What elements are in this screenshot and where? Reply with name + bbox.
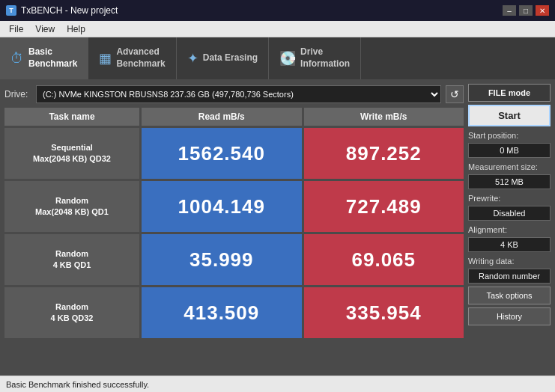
write-cell-3: 335.954 [304,287,464,338]
task-options-button[interactable]: Task options [468,287,551,304]
tab-basic-label: BasicBenchmark [28,46,77,70]
right-panel: FILE mode Start Start position: 0 MB Mea… [468,84,551,371]
row-label-0: SequentialMax(2048 KB) QD32 [4,128,139,179]
status-bar: Basic Benchmark finished successfully. [0,376,555,392]
menu-help[interactable]: Help [61,22,91,36]
read-cell-0: 1562.540 [142,128,302,179]
advanced-benchmark-icon: ▦ [99,50,112,67]
table-row: SequentialMax(2048 KB) QD32 1562.540 897… [4,128,464,179]
table-row: Random4 KB QD1 35.999 69.065 [4,234,464,285]
tab-drive-information[interactable]: 💽 DriveInformation [269,37,361,79]
benchmark-table: Task name Read mB/s Write mB/s Sequentia… [4,108,464,371]
basic-benchmark-icon: ⏱ [10,51,24,67]
drive-label: Drive: [4,89,31,99]
start-position-value: 0 MB [468,143,551,158]
drive-row: Drive: (C:) NVMe KINGSTON RBUSNS8 237.36… [4,84,464,105]
tab-basic-benchmark[interactable]: ⏱ BasicBenchmark [0,37,88,79]
measurement-size-label: Measurement size: [468,162,551,171]
tab-data-erasing[interactable]: ✦ Data Erasing [177,37,269,79]
drive-refresh-button[interactable]: ↺ [446,85,464,103]
app-icon: T [6,5,16,16]
prewrite-label: Prewrite: [468,194,551,203]
col-read: Read mB/s [142,108,302,126]
status-message: Basic Benchmark finished successfully. [6,380,149,389]
write-cell-2: 69.065 [304,234,464,285]
file-mode-button[interactable]: FILE mode [468,84,551,102]
menu-file[interactable]: File [3,22,29,36]
maximize-button[interactable]: □ [519,5,533,16]
row-label-1: RandomMax(2048 KB) QD1 [4,181,139,232]
read-cell-2: 35.999 [142,234,302,285]
history-button[interactable]: History [468,307,551,325]
tab-drive-info-label: DriveInformation [300,46,350,70]
row-label-2: Random4 KB QD1 [4,234,139,285]
app-title: TxBENCH - New project [21,5,118,16]
writing-data-value: Random number [468,269,551,284]
table-row: Random4 KB QD32 413.509 335.954 [4,287,464,338]
table-header: Task name Read mB/s Write mB/s [4,108,464,126]
read-cell-1: 1004.149 [142,181,302,232]
alignment-value: 4 KB [468,237,551,252]
measurement-size-value: 512 MB [468,174,551,189]
write-cell-0: 897.252 [304,128,464,179]
col-task-name: Task name [4,108,139,126]
start-button[interactable]: Start [468,105,551,126]
alignment-label: Alignment: [468,225,551,234]
drive-select[interactable]: (C:) NVMe KINGSTON RBUSNS8 237.36 GB (49… [36,85,441,103]
read-cell-3: 413.509 [142,287,302,338]
table-row: RandomMax(2048 KB) QD1 1004.149 727.489 [4,181,464,232]
menu-bar: File View Help [0,21,555,37]
writing-data-label: Writing data: [468,257,551,266]
prewrite-value: Disabled [468,206,551,221]
window-controls: – □ ✕ [503,5,549,16]
drive-info-icon: 💽 [279,50,296,67]
title-bar-left: T TxBENCH - New project [6,5,118,16]
row-label-3: Random4 KB QD32 [4,287,139,338]
tab-advanced-benchmark[interactable]: ▦ AdvancedBenchmark [88,37,176,79]
title-bar: T TxBENCH - New project – □ ✕ [0,0,555,21]
tab-erasing-label: Data Erasing [203,52,258,64]
close-button[interactable]: ✕ [536,5,549,16]
left-panel: Drive: (C:) NVMe KINGSTON RBUSNS8 237.36… [4,84,464,371]
tab-advanced-label: AdvancedBenchmark [116,46,165,70]
data-erasing-icon: ✦ [187,50,198,67]
start-position-label: Start position: [468,131,551,140]
col-write: Write mB/s [304,108,464,126]
main-content: Drive: (C:) NVMe KINGSTON RBUSNS8 237.36… [0,79,555,376]
write-cell-1: 727.489 [304,181,464,232]
minimize-button[interactable]: – [503,5,516,16]
menu-view[interactable]: View [29,22,61,36]
tab-bar: ⏱ BasicBenchmark ▦ AdvancedBenchmark ✦ D… [0,37,555,79]
